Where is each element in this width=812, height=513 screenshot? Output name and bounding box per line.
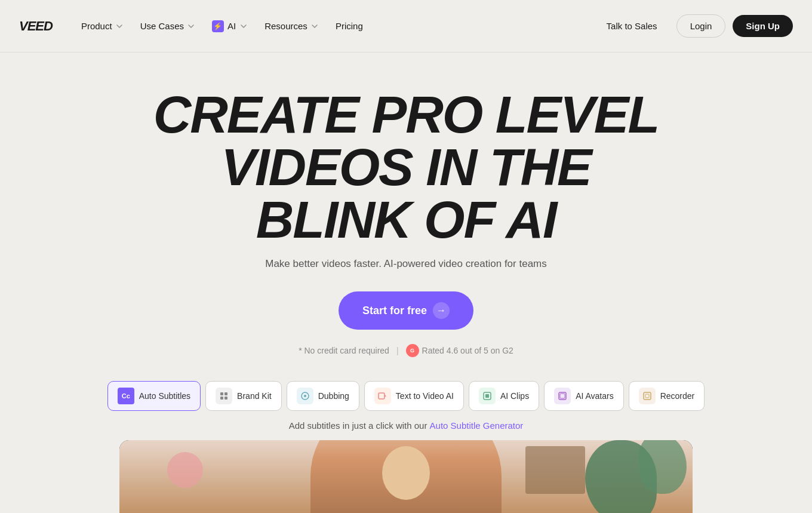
nav-links: Product Use Cases ⚡ AI Resources P (74, 16, 595, 37)
login-button[interactable]: Login (676, 14, 726, 38)
auto-subtitle-link[interactable]: Auto Subtitle Generator (430, 420, 524, 431)
g2-rating: G Rated 4.6 out of 5 on G2 (406, 344, 513, 357)
chevron-down-icon (310, 22, 319, 30)
chevron-down-icon (115, 22, 124, 30)
hero-meta: * No credit card required | G Rated 4.6 … (12, 344, 800, 357)
hero-title: CREATE PRO LEVEL VIDEOS IN THE BLINK OF … (137, 88, 675, 246)
hero-section: CREATE PRO LEVEL VIDEOS IN THE BLINK OF … (0, 53, 812, 513)
svg-rect-11 (560, 394, 565, 398)
svg-rect-0 (220, 392, 223, 395)
dub-icon (297, 388, 313, 404)
svg-rect-9 (485, 394, 489, 398)
feature-tab-text-to-video[interactable]: Text to Video AI (364, 381, 464, 411)
brand-icon (216, 388, 232, 404)
plant-decor-2 (639, 440, 687, 494)
talk-to-sales-button[interactable]: Talk to Sales (595, 15, 669, 37)
feature-tabs: Cc Auto Subtitles Brand Kit Dubbing Text… (12, 381, 800, 411)
chevron-down-icon (239, 22, 248, 30)
avatars-icon (554, 388, 571, 404)
bolt-icon: ⚡ (212, 20, 224, 32)
svg-rect-2 (220, 397, 223, 400)
svg-point-5 (304, 395, 306, 397)
signup-button[interactable]: Sign Up (733, 15, 793, 37)
svg-rect-1 (224, 392, 227, 395)
video-thumbnail (119, 440, 693, 513)
separator: | (396, 346, 399, 355)
start-for-free-button[interactable]: Start for free → (339, 291, 473, 330)
nav-item-resources[interactable]: Resources (257, 16, 326, 36)
feature-tab-recorder[interactable]: Recorder (629, 381, 705, 411)
feature-tab-auto-subtitles[interactable]: Cc Auto Subtitles (107, 381, 201, 411)
g2-logo-icon: G (406, 344, 419, 357)
cc-icon: Cc (118, 388, 134, 404)
navbar: VEED Product Use Cases ⚡ AI Resources (0, 0, 812, 53)
feature-description: Add subtitles in just a click with our A… (12, 420, 800, 431)
recorder-icon (639, 388, 656, 404)
decor-circle (167, 452, 203, 488)
nav-item-product[interactable]: Product (74, 16, 131, 36)
nav-right: Talk to Sales Login Sign Up (595, 14, 793, 38)
feature-tab-dubbing[interactable]: Dubbing (287, 381, 359, 411)
chevron-down-icon (187, 22, 195, 30)
clips-icon (479, 388, 496, 404)
logo[interactable]: VEED (19, 19, 53, 34)
nav-item-use-cases[interactable]: Use Cases (133, 16, 202, 36)
nav-item-pricing[interactable]: Pricing (328, 16, 370, 36)
shelf-decor (525, 446, 585, 494)
feature-tab-brand-kit[interactable]: Brand Kit (205, 381, 282, 411)
svg-rect-6 (379, 393, 385, 399)
video-preview (119, 440, 693, 513)
feature-tab-ai-avatars[interactable]: AI Avatars (544, 381, 624, 411)
no-credit-card-text: * No credit card required (299, 346, 389, 355)
nav-item-ai[interactable]: ⚡ AI (205, 16, 255, 37)
hero-subtitle: Make better videos faster. AI-powered vi… (12, 258, 800, 270)
t2v-icon (374, 388, 391, 404)
svg-rect-13 (645, 394, 649, 398)
feature-tab-ai-clips[interactable]: AI Clips (469, 381, 539, 411)
svg-rect-12 (644, 392, 651, 400)
svg-rect-3 (224, 397, 227, 400)
svg-marker-7 (385, 395, 386, 397)
arrow-icon: → (433, 302, 450, 319)
